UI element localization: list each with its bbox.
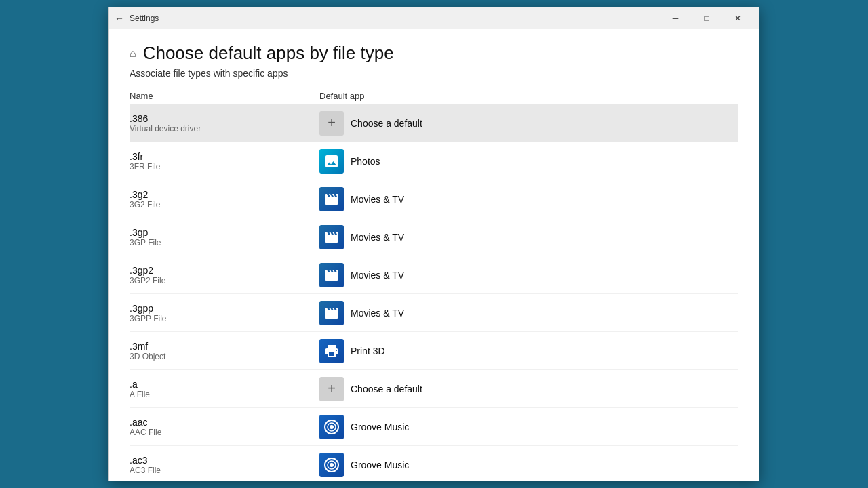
app-name: Choose a default [351, 384, 422, 394]
title-bar-left: ← Settings [115, 13, 159, 24]
back-icon[interactable]: ← [115, 13, 124, 24]
file-info: .3g2 3G2 File [130, 185, 319, 214]
file-info: .3gp 3GP File [130, 223, 319, 251]
file-desc: A File [130, 390, 319, 399]
movies-icon [319, 263, 344, 287]
file-ext: .3fr [130, 151, 319, 162]
file-info: .3gp2 3GP2 File [130, 261, 319, 289]
file-desc: 3GP File [130, 238, 319, 247]
file-desc: 3GPP File [130, 314, 319, 323]
settings-window: ← Settings ─ □ ✕ ⌂ Choose default apps b… [108, 7, 760, 481]
table-row[interactable]: .3gpp 3GPP File Movies & TV [130, 294, 738, 332]
app-info[interactable]: Movies & TV [319, 263, 738, 287]
table-row[interactable]: .3mf 3D Object Print 3D [130, 332, 738, 370]
table-row[interactable]: .3gp2 3GP2 File Movies & TV [130, 256, 738, 294]
file-desc: 3D Object [130, 352, 319, 361]
table-header: Name Default app [130, 88, 738, 104]
table-row[interactable]: .aac AAC File Groove Music [130, 408, 738, 446]
file-info: .ac3 AC3 File [130, 451, 319, 479]
app-name: Choose a default [351, 118, 422, 129]
choose-default-icon: + [319, 377, 344, 401]
file-info: .3gpp 3GPP File [130, 299, 319, 327]
app-name: Movies & TV [351, 270, 404, 281]
page-title: Choose default apps by file type [143, 43, 394, 64]
app-info[interactable]: Photos [319, 149, 738, 174]
file-desc: AAC File [130, 428, 319, 437]
file-info: .386 Virtual device driver [130, 109, 319, 138]
app-info[interactable]: + Choose a default [319, 377, 738, 401]
home-icon[interactable]: ⌂ [130, 47, 136, 60]
table-body[interactable]: .386 Virtual device driver + Choose a de… [130, 104, 738, 481]
col-name-header: Name [130, 91, 319, 101]
file-ext: .3mf [130, 341, 319, 352]
movies-icon [319, 301, 344, 325]
file-desc: 3G2 File [130, 200, 319, 209]
file-desc: AC3 File [130, 466, 319, 475]
movies-icon [319, 187, 344, 211]
table-row[interactable]: .386 Virtual device driver + Choose a de… [130, 104, 738, 142]
table-row[interactable]: .3fr 3FR File Photos [130, 142, 738, 180]
app-info[interactable]: Movies & TV [319, 301, 738, 325]
window-controls: ─ □ ✕ [660, 7, 753, 29]
app-info[interactable]: + Choose a default [319, 111, 738, 136]
file-ext: .3gp2 [130, 265, 319, 276]
app-name: Groove Music [351, 460, 409, 470]
content-area: ⌂ Choose default apps by file type Assoc… [109, 29, 759, 481]
app-name: Print 3D [351, 346, 385, 357]
page-subtitle: Associate file types with specific apps [130, 68, 738, 79]
svg-point-1 [330, 425, 334, 429]
app-name: Movies & TV [351, 194, 404, 205]
print3d-icon [319, 339, 344, 363]
choose-default-icon: + [319, 111, 344, 136]
movies-icon [319, 225, 344, 249]
file-info: .3mf 3D Object [130, 337, 319, 365]
table-row[interactable]: .3g2 3G2 File Movies & TV [130, 180, 738, 218]
file-ext: .3gpp [130, 303, 319, 314]
page-header: ⌂ Choose default apps by file type [130, 43, 738, 64]
file-ext: .3g2 [130, 189, 319, 200]
file-desc: Virtual device driver [130, 124, 319, 134]
table-row[interactable]: .ac3 AC3 File Groove Music [130, 446, 738, 481]
window-title: Settings [130, 14, 159, 23]
svg-point-4 [330, 463, 334, 467]
app-info[interactable]: Groove Music [319, 415, 738, 439]
file-desc: 3GP2 File [130, 276, 319, 285]
file-ext: .3gp [130, 227, 319, 238]
app-info[interactable]: Movies & TV [319, 225, 738, 249]
app-name: Photos [351, 156, 380, 167]
photos-icon [319, 149, 344, 174]
app-info[interactable]: Groove Music [319, 453, 738, 477]
minimize-button[interactable]: ─ [660, 7, 691, 29]
table-row[interactable]: .a A File + Choose a default [130, 370, 738, 408]
file-ext: .ac3 [130, 455, 319, 466]
file-info: .3fr 3FR File [130, 147, 319, 176]
file-info: .aac AAC File [130, 413, 319, 441]
close-button[interactable]: ✕ [722, 7, 753, 29]
file-info: .a A File [130, 375, 319, 403]
app-name: Movies & TV [351, 308, 404, 319]
col-app-header: Default app [319, 91, 738, 101]
groove-music-icon [319, 415, 344, 439]
file-desc: 3FR File [130, 162, 319, 171]
groove-music-icon [319, 453, 344, 477]
file-ext: .386 [130, 113, 319, 124]
title-bar: ← Settings ─ □ ✕ [109, 7, 759, 29]
app-name: Movies & TV [351, 232, 404, 243]
file-ext: .aac [130, 417, 319, 428]
file-ext: .a [130, 379, 319, 390]
table-row[interactable]: .3gp 3GP File Movies & TV [130, 218, 738, 256]
app-name: Groove Music [351, 422, 409, 432]
app-info[interactable]: Print 3D [319, 339, 738, 363]
app-info[interactable]: Movies & TV [319, 187, 738, 211]
maximize-button[interactable]: □ [691, 7, 722, 29]
